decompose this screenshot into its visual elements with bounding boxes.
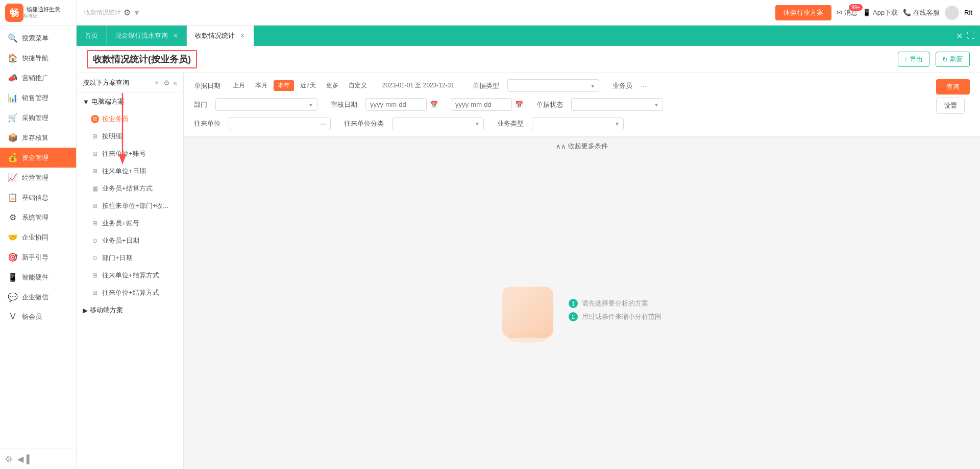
unit-date-icon: ⊞ xyxy=(91,167,99,175)
calendar-start-icon[interactable]: 📅 xyxy=(430,101,438,108)
counterpart-more-btn[interactable]: ··· xyxy=(320,120,326,128)
date-tab-7days[interactable]: 近7天 xyxy=(296,80,320,91)
query-button[interactable]: 查询 xyxy=(936,79,970,95)
tab-bank-close[interactable]: ✕ xyxy=(173,32,178,39)
filter-date-row: 单据日期 上月 本月 本年 近7天 更多 自定义 2023-01-01 至 20… xyxy=(194,79,926,92)
export-button[interactable]: ↑ 导出 xyxy=(898,52,930,67)
online-service-button[interactable]: 📞 在线客服 xyxy=(903,8,940,17)
message-icon: ✉ xyxy=(837,9,842,16)
sidebar-item-finance[interactable]: 💰 资金管理 xyxy=(0,148,76,168)
tab-close-all-icon[interactable]: ✕ xyxy=(956,31,963,41)
sidebar-item-corp[interactable]: 🤝 企业协同 xyxy=(0,227,76,247)
scheme-item-unit-account[interactable]: ⊞ 往来单位+账号 xyxy=(77,145,183,162)
sidebar-item-guide[interactable]: 🎯 新手引导 xyxy=(0,247,76,267)
sidebar-item-purchase[interactable]: 🛒 采购管理 xyxy=(0,108,76,128)
bottom-collapse-icon[interactable]: ◀▐ xyxy=(17,454,29,464)
sidebar-item-basic[interactable]: 📋 基础信息 xyxy=(0,187,76,207)
date-tab-this-year[interactable]: 本年 xyxy=(274,80,294,91)
mobile-scheme-title[interactable]: ▶ 移动端方案 xyxy=(77,301,183,319)
sidebar-item-marketing[interactable]: 📣 营销推广 xyxy=(0,68,76,88)
sidebar-item-inventory[interactable]: 📦 库存核算 xyxy=(0,128,76,148)
scheme-item-salesperson-account[interactable]: ⊞ 业务员+账号 xyxy=(77,215,183,232)
doc-status-select[interactable] xyxy=(571,98,663,111)
basic-icon: 📋 xyxy=(8,193,18,202)
desktop-scheme-arrow: ▼ xyxy=(83,98,89,106)
date-tab-more[interactable]: 更多 xyxy=(322,80,342,91)
doc-type-select[interactable] xyxy=(507,79,599,92)
counterpart-category-label: 往来单位分类 xyxy=(344,119,384,128)
sidebar-item-label-basic: 基础信息 xyxy=(22,193,48,202)
message-button[interactable]: ✉ 消息 99+ xyxy=(837,8,857,17)
salesperson-more-icon[interactable]: ··· xyxy=(641,82,647,90)
review-date-start-input[interactable] xyxy=(365,98,427,111)
scheme-item-unit-date[interactable]: ⊞ 往来单位+日期 xyxy=(77,162,183,180)
refresh-label: 刷新 xyxy=(950,55,963,64)
user-avatar[interactable] xyxy=(945,6,959,20)
collapse-label: 收起更多条件 xyxy=(568,142,608,151)
scheme-item-salesperson[interactable]: 按 按业务员 xyxy=(77,110,183,128)
tabbar: 首页 现金银行流水查询 ✕ 收款情况统计 ✕ ✕ ⛶ xyxy=(77,26,980,46)
sidebar-item-operations[interactable]: 📈 经营管理 xyxy=(0,168,76,187)
app-download-button[interactable]: 📱 App下载 xyxy=(863,8,898,17)
date-tab-last-month[interactable]: 上月 xyxy=(229,80,249,91)
sidebar-item-quicknav[interactable]: 🏠 快捷导航 xyxy=(0,48,76,68)
counterpart-input[interactable]: ··· xyxy=(229,117,331,130)
tab-receipts[interactable]: 收款情况统计 ✕ xyxy=(187,26,254,46)
sidebar-item-member[interactable]: V 畅会员 xyxy=(0,307,76,326)
tab-maximize-icon[interactable]: ⛶ xyxy=(967,31,975,40)
tab-receipts-close[interactable]: ✕ xyxy=(240,32,245,39)
desktop-scheme-title[interactable]: ▼ 电脑端方案 xyxy=(77,93,183,110)
collapse-panel-icon[interactable]: « xyxy=(173,79,177,87)
scheme-item-detail[interactable]: ⊞ 按明细 xyxy=(77,128,183,145)
member-icon: V xyxy=(8,312,18,321)
date-tab-this-month[interactable]: 本月 xyxy=(251,80,272,91)
logo-icon: 畅 xyxy=(5,4,23,22)
page-title: 收款情况统计(按业务员) xyxy=(93,54,191,64)
sidebar-item-search[interactable]: 🔍 搜索菜单 xyxy=(0,28,76,48)
doc-status-label: 单据状态 xyxy=(536,100,563,109)
business-type-label: 业务类型 xyxy=(497,119,524,128)
review-date-end-input[interactable] xyxy=(451,98,512,111)
tab-home[interactable]: 首页 xyxy=(77,26,107,46)
settings-scheme-icon[interactable]: ⚙ xyxy=(163,79,170,87)
scheme-item-unit-settlement[interactable]: ⊞ 往来单位+结算方式 xyxy=(77,267,183,284)
scheme-item-salesperson-label: 按业务员 xyxy=(102,114,129,124)
sidebar-item-sales[interactable]: 📊 销售管理 xyxy=(0,88,76,108)
date-tab-custom[interactable]: 自定义 xyxy=(345,80,371,91)
sidebar-item-label-corp: 企业协同 xyxy=(22,233,48,242)
dropdown-icon[interactable]: ▼ xyxy=(133,9,140,17)
scheme-item-unit-settlement2[interactable]: ⊞ 往来单位+结算方式 xyxy=(77,284,183,301)
collapse-button[interactable]: ∧∧ 收起更多条件 xyxy=(556,142,608,151)
sales-icon: 📊 xyxy=(8,93,18,103)
scheme-item-salesperson-settlement[interactable]: ▦ 业务员+结算方式 xyxy=(77,180,183,197)
hint-step-1-text: 请先选择要分析的方案 xyxy=(582,299,648,308)
add-scheme-icon[interactable]: ＋ xyxy=(153,78,160,87)
trial-button[interactable]: 体验行业方案 xyxy=(775,5,831,20)
calendar-end-icon[interactable]: 📅 xyxy=(515,101,523,108)
refresh-button[interactable]: ↻ 刷新 xyxy=(936,52,970,67)
gear-icon[interactable]: ⚙ xyxy=(124,8,131,17)
counterpart-category-select[interactable] xyxy=(392,118,484,130)
settings-button[interactable]: 设置 xyxy=(936,98,965,114)
scheme-item-salesperson-date[interactable]: ⊙ 业务员+日期 xyxy=(77,232,183,249)
sidebar-item-hardware[interactable]: 📱 智能硬件 xyxy=(0,267,76,287)
tab-bank[interactable]: 现金银行流水查询 ✕ xyxy=(107,26,187,46)
hardware-icon: 📱 xyxy=(8,272,18,282)
wechat-icon: 💬 xyxy=(8,292,18,302)
sidebar-item-system[interactable]: ⚙ 系统管理 xyxy=(0,207,76,227)
scheme-item-unit-dept-collect[interactable]: ⊞ 按往来单位+部门+收... xyxy=(77,197,183,215)
sidebar-item-label-finance: 资金管理 xyxy=(22,153,48,162)
scheme-item-dept-date[interactable]: ⊙ 部门+日期 xyxy=(77,249,183,267)
sidebar-item-wechat[interactable]: 💬 企业微信 xyxy=(0,287,76,307)
user-name: Rit xyxy=(964,9,972,16)
business-type-select[interactable] xyxy=(532,118,624,130)
dept-select[interactable] xyxy=(215,98,317,111)
bottom-settings-icon[interactable]: ⚙ xyxy=(5,454,12,464)
export-label: 导出 xyxy=(910,55,923,64)
sidebar-item-label-member: 畅会员 xyxy=(22,312,42,321)
filter-action-buttons: 查询 设置 xyxy=(936,79,970,114)
doc-type-label: 单据类型 xyxy=(473,81,499,90)
sidebar-item-label-quicknav: 快捷导航 xyxy=(22,54,48,63)
date-range-text: 2023-01-01 至 2023-12-31 xyxy=(382,81,454,90)
sidebar-item-label-purchase: 采购管理 xyxy=(22,113,48,123)
